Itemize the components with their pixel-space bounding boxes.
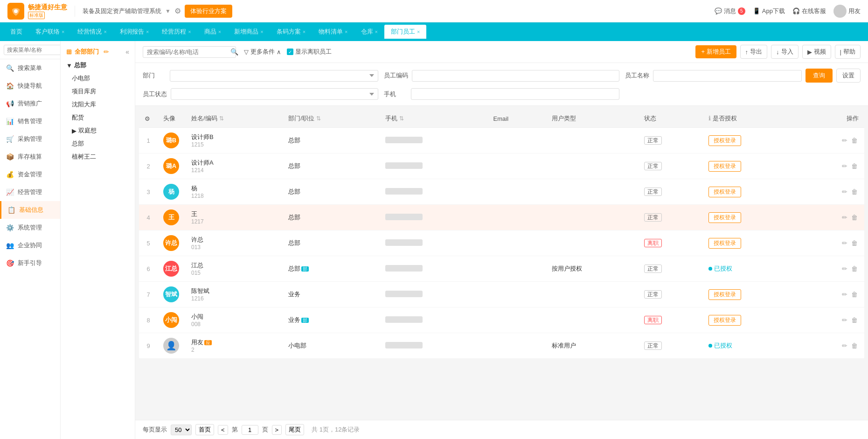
edit-button[interactable]: ✏ — [841, 264, 848, 273]
view-button[interactable]: ▶ 视频 — [802, 45, 831, 59]
auth-login-button[interactable]: 授权登录 — [708, 212, 741, 223]
sidebar-item-system[interactable]: ⚙️ 系统管理 — [0, 219, 60, 237]
close-icon[interactable]: × — [218, 29, 221, 35]
dept-item-xiaodian[interactable]: 小电部 — [61, 72, 135, 85]
edit-button[interactable]: ✏ — [841, 213, 848, 222]
sidebar-item-sales[interactable]: 📊 销售管理 — [0, 112, 60, 130]
dept-item-project[interactable]: 项目库房 — [61, 85, 135, 98]
import-button[interactable]: ↓ 导入 — [771, 45, 799, 59]
delete-button[interactable]: 🗑 — [850, 136, 859, 145]
delete-button[interactable]: 🗑 — [850, 187, 859, 196]
page-input[interactable] — [242, 425, 258, 435]
delete-button[interactable]: 🗑 — [850, 238, 859, 248]
emp-name-filter-input[interactable] — [653, 70, 802, 82]
dept-filter-select[interactable] — [170, 70, 378, 82]
sidebar-item-bizmanage[interactable]: 📈 经营管理 — [0, 183, 60, 201]
tab-profit[interactable]: 利润报告 × — [113, 25, 155, 39]
delete-button[interactable]: 🗑 — [850, 341, 859, 350]
close-icon[interactable]: × — [188, 29, 191, 35]
sidebar-item-baseinfo[interactable]: 📋 基础信息 — [0, 201, 60, 219]
phone-filter-input[interactable] — [411, 88, 619, 100]
close-icon[interactable]: × — [303, 29, 306, 35]
close-icon[interactable]: × — [146, 29, 149, 35]
tab-dept-employee[interactable]: 部门员工 × — [384, 25, 426, 39]
sort-name[interactable]: 姓名/编码 ⇅ — [191, 114, 277, 123]
more-conditions-button[interactable]: ▽ 更多条件 ∧ — [244, 48, 281, 56]
close-icon[interactable]: × — [104, 29, 106, 35]
auth-login-button[interactable]: 授权登录 — [708, 238, 741, 249]
delete-button[interactable]: 🗑 — [850, 161, 859, 171]
dept-collapse-button[interactable]: « — [125, 48, 129, 56]
help-button[interactable]: | 帮助 — [835, 45, 861, 59]
close-icon[interactable]: × — [375, 29, 378, 35]
app-download-action[interactable]: 📱 App下载 — [753, 7, 785, 15]
dept-item-shuangtingxiang[interactable]: ▶ 双庭想 — [61, 124, 135, 137]
show-resign-toggle[interactable]: ✓ 显示离职员工 — [287, 48, 332, 56]
try-industry-button[interactable]: 体验行业方案 — [185, 5, 232, 18]
auth-login-button[interactable]: 授权登录 — [708, 315, 741, 326]
auth-login-button[interactable]: 授权登录 — [708, 289, 741, 300]
tab-new-goods[interactable]: 新增商品 × — [228, 25, 270, 39]
last-page-button[interactable]: 尾页 — [285, 424, 304, 435]
tab-warehouse[interactable]: 仓库 × — [354, 25, 384, 39]
settings-gear-button[interactable]: ⚙ — [174, 7, 181, 15]
close-icon[interactable]: × — [345, 29, 347, 35]
settings-icon[interactable]: ⚙ — [145, 115, 150, 122]
sidebar-item-guide[interactable]: 🎯 新手引导 — [0, 254, 60, 272]
export-button[interactable]: ↑ 导出 — [740, 45, 768, 59]
sidebar-item-inventory[interactable]: 📦 库存核算 — [0, 148, 60, 166]
delete-button[interactable]: 🗑 — [850, 264, 859, 273]
page-size-select[interactable]: 50 — [171, 425, 192, 435]
sort-phone[interactable]: 手机 ⇅ — [385, 114, 482, 123]
edit-button[interactable]: ✏ — [841, 161, 848, 171]
sidebar-item-collab[interactable]: 👥 企业协同 — [0, 237, 60, 254]
dept-item-zongbu[interactable]: ▼ 总部 — [61, 59, 135, 72]
close-icon[interactable]: × — [260, 29, 263, 35]
message-action[interactable]: 💬 消息 5 — [715, 7, 745, 15]
dept-item-zongbu2[interactable]: 总部 — [61, 137, 135, 150]
close-icon[interactable]: × — [62, 29, 64, 35]
dept-item-peihuo[interactable]: 配货 — [61, 111, 135, 124]
edit-button[interactable]: ✏ — [841, 136, 848, 145]
set-button[interactable]: 设置 — [836, 69, 861, 83]
first-page-button[interactable]: 首页 — [195, 424, 214, 435]
tab-barcode[interactable]: 条码方案 × — [270, 25, 312, 39]
close-icon[interactable]: × — [417, 29, 420, 35]
sidebar-item-quicknav[interactable]: 🏠 快捷导航 — [0, 77, 60, 95]
emp-status-filter-select[interactable] — [171, 88, 378, 100]
search-employee-input[interactable] — [143, 46, 236, 58]
tab-operation[interactable]: 经营情况 × — [71, 25, 113, 39]
sidebar-item-finance[interactable]: 💰 资金管理 — [0, 166, 60, 183]
edit-button[interactable]: ✏ — [841, 290, 848, 299]
delete-button[interactable]: 🗑 — [850, 315, 859, 325]
search-input[interactable] — [4, 45, 61, 55]
sidebar-item-search[interactable]: 🔍 搜索菜单 — [0, 59, 60, 77]
next-page-button[interactable]: > — [272, 425, 282, 435]
tab-home[interactable]: 首页 — [4, 25, 29, 39]
sidebar-item-purchase[interactable]: 🛒 采购管理 — [0, 130, 60, 148]
dropdown-icon[interactable]: ▼ — [165, 8, 171, 14]
dept-item-shenyang[interactable]: 沈阳大库 — [61, 98, 135, 111]
sidebar-item-marketing[interactable]: 📢 营销推广 — [0, 95, 60, 112]
tab-customer[interactable]: 客户联络 × — [29, 25, 71, 39]
edit-button[interactable]: ✏ — [841, 238, 848, 248]
delete-button[interactable]: 🗑 — [850, 290, 859, 299]
search-button[interactable]: 查询 — [806, 69, 833, 83]
auth-login-button[interactable]: 授权登录 — [708, 161, 741, 172]
tab-bom[interactable]: 物料清单 × — [312, 25, 354, 39]
auth-login-button[interactable]: 授权登录 — [708, 135, 741, 146]
edit-button[interactable]: ✏ — [841, 187, 848, 196]
user-action[interactable]: 用友 — [833, 5, 861, 18]
emp-code-filter-input[interactable] — [412, 70, 619, 82]
prev-page-button[interactable]: < — [218, 425, 228, 435]
auth-login-button[interactable]: 授权登录 — [708, 187, 741, 197]
tab-goods[interactable]: 商品 × — [198, 25, 228, 39]
sort-dept[interactable]: 部门/职位 ⇅ — [288, 114, 374, 123]
online-service-action[interactable]: 🎧 在线客服 — [792, 7, 826, 15]
edit-button[interactable]: ✏ — [841, 341, 848, 350]
edit-button[interactable]: ✏ — [841, 315, 848, 325]
add-employee-button[interactable]: + 新增员工 — [695, 45, 736, 58]
dept-item-zhishu[interactable]: 植树王二 — [61, 150, 135, 163]
delete-button[interactable]: 🗑 — [850, 213, 859, 222]
tab-history[interactable]: 经营历程 × — [155, 25, 197, 39]
